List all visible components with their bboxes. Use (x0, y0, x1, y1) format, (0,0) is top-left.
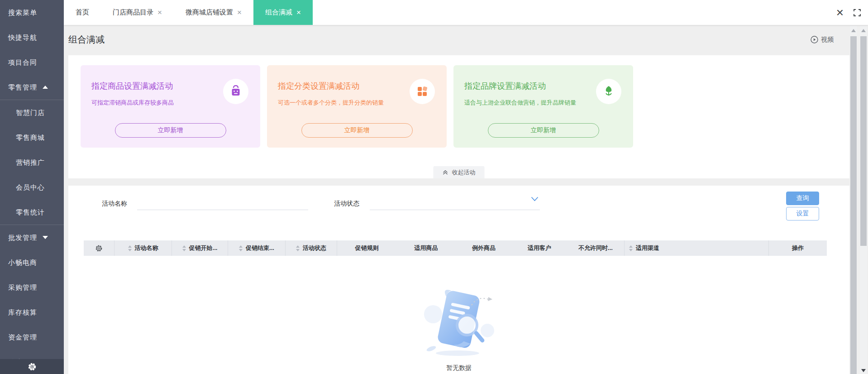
table-header-activity-name[interactable]: 活动名称 (114, 240, 172, 256)
tab-micro-mall-settings[interactable]: 微商城店铺设置 × (174, 0, 253, 25)
open-tabs: 首页 门店商品目录 × 微商城店铺设置 × 组合满减 × (64, 0, 868, 25)
tab-bar: 首页 门店商品目录 × 微商城店铺设置 × 组合满减 × × (64, 0, 868, 25)
sidebar-item-xiaochang-ecommerce[interactable]: 小畅电商 (0, 250, 64, 275)
card-icon-circle (410, 79, 435, 104)
close-icon[interactable]: × (237, 9, 242, 16)
sidebar-item-retail-mall[interactable]: 零售商城 (0, 125, 64, 150)
sidebar-item-project-contract[interactable]: 项目合同 (0, 50, 64, 75)
table-header-promo-start[interactable]: 促销开始... (172, 240, 228, 256)
scroll-up-arrow-icon[interactable] (861, 29, 866, 32)
table-header-promo-end[interactable]: 促销结束... (228, 240, 286, 256)
activity-list-panel: 活动名称 活动状态 查询 设置 活动名称 促销开始... 促销结束... (68, 186, 849, 374)
fullscreen-icon[interactable] (854, 9, 861, 16)
sidebar-item-smart-store[interactable]: 智慧门店 (0, 100, 64, 125)
gear-icon (28, 362, 37, 371)
sort-icon[interactable] (296, 245, 300, 251)
promo-cards: 指定商品设置满减活动 可指定滞销商品或库存较多商品 立即新增 指定分类设置满减活… (81, 65, 633, 148)
tab-combo-discount[interactable]: 组合满减 × (253, 0, 313, 25)
scroll-up-arrow-icon[interactable] (851, 29, 856, 32)
sidebar-item-wholesale-management[interactable]: 批发管理 (0, 225, 64, 250)
table-header-not-concurrent[interactable]: 不允许同时... (567, 240, 625, 256)
sidebar-item-member-center[interactable]: 会员中心 (0, 175, 64, 200)
table-header-promo-rule[interactable]: 促销规则 (337, 240, 396, 256)
activity-status-label: 活动状态 (334, 200, 359, 208)
close-icon[interactable]: × (836, 6, 844, 19)
table-header-actions: 操作 (769, 240, 827, 256)
sidebar: 搜索菜单 快捷导航 项目合同 零售管理 智慧门店 零售商城 营销推广 会员中心 … (0, 0, 64, 374)
sidebar-item-retail-management[interactable]: 零售管理 (0, 75, 64, 100)
table-header-applicable-channels[interactable]: 适用渠道 (625, 240, 769, 256)
table-header: 活动名称 促销开始... 促销结束... 活动状态 促销规则 适用商品 例外商品… (84, 240, 827, 256)
page-title: 组合满减 (68, 25, 105, 54)
gear-icon (95, 245, 103, 252)
empty-illustration (416, 286, 502, 359)
sidebar-item-marketing[interactable]: 营销推广 (0, 150, 64, 175)
empty-text: 暂无数据 (68, 364, 849, 372)
tab-label: 门店商品目录 (113, 8, 153, 17)
table-header-excluded-products[interactable]: 例外商品 (456, 240, 512, 256)
table-header-applicable-customers[interactable]: 适用客户 (512, 240, 567, 256)
sidebar-item-purchase-management[interactable]: 采购管理 (0, 275, 64, 300)
add-now-button[interactable]: 立即新增 (115, 123, 226, 138)
activity-status-select[interactable] (370, 203, 540, 210)
video-label: 视频 (821, 36, 834, 44)
page-header: 组合满减 视频 (64, 25, 868, 54)
collapse-activities-button[interactable]: 收起活动 (434, 166, 485, 178)
card-brand-discount: 指定品牌设置满减活动 适合与上游企业联合做营销，提升品牌销量 立即新增 (453, 65, 633, 148)
card-desc: 适合与上游企业联合做营销，提升品牌销量 (464, 98, 580, 107)
card-icon-circle (596, 79, 621, 104)
tab-store-product-catalog[interactable]: 门店商品目录 × (101, 0, 174, 25)
scrollbar-thumb[interactable] (850, 36, 857, 374)
flower-icon (602, 85, 615, 98)
card-product-discount: 指定商品设置满减活动 可指定滞销商品或库存较多商品 立即新增 (81, 65, 260, 148)
chevron-down-icon[interactable] (531, 197, 539, 201)
sort-icon[interactable] (239, 245, 243, 251)
card-desc: 可选一个或者多个分类，提升分类的销量 (278, 98, 393, 107)
tab-home[interactable]: 首页 (64, 0, 101, 25)
sidebar-item-inventory-accounting[interactable]: 库存核算 (0, 300, 64, 325)
scroll-down-arrow-icon[interactable] (861, 369, 866, 372)
tab-label: 微商城店铺设置 (186, 8, 233, 17)
card-category-discount: 指定分类设置满减活动 可选一个或者多个分类，提升分类的销量 立即新增 (267, 65, 447, 148)
query-button[interactable]: 查询 (786, 192, 819, 205)
tab-label: 组合满减 (265, 8, 292, 17)
inner-scrollbar[interactable] (850, 26, 857, 374)
tab-label: 首页 (76, 8, 89, 17)
bag-icon (229, 85, 242, 98)
table-header-activity-status[interactable]: 活动状态 (286, 240, 337, 256)
sidebar-item-quick-nav[interactable]: 快捷导航 (0, 25, 64, 50)
sort-icon[interactable] (182, 245, 186, 251)
sidebar-settings-button[interactable] (0, 359, 64, 374)
card-icon-circle (223, 79, 248, 104)
double-chevron-up-icon (443, 169, 448, 175)
sidebar-item-label: 零售管理 (8, 75, 37, 100)
add-now-button[interactable]: 立即新增 (301, 123, 413, 138)
scrollbar-thumb[interactable] (860, 36, 867, 246)
card-desc: 可指定滞销商品或库存较多商品 (91, 98, 207, 107)
table-header-applicable-products[interactable]: 适用商品 (396, 240, 456, 256)
sidebar-item-funds-management[interactable]: 资金管理 (0, 325, 64, 350)
empty-state: 暂无数据 (68, 286, 849, 372)
close-icon[interactable]: × (296, 9, 301, 16)
activity-name-input[interactable] (137, 203, 308, 210)
expand-arrow-icon (43, 236, 48, 239)
sidebar-item-retail-stats[interactable]: 零售统计 (0, 200, 64, 225)
sidebar-item-search-menu[interactable]: 搜索菜单 (0, 0, 64, 25)
sort-icon[interactable] (629, 245, 633, 251)
settings-button[interactable]: 设置 (786, 207, 819, 221)
sort-icon[interactable] (128, 245, 132, 251)
collapse-label: 收起活动 (452, 168, 476, 177)
activity-name-label: 活动名称 (102, 200, 127, 208)
sidebar-item-label: 批发管理 (8, 225, 37, 250)
outer-scrollbar[interactable] (860, 26, 867, 374)
collapse-arrow-icon (43, 86, 48, 89)
play-circle-icon (811, 36, 818, 43)
window-controls: × (836, 0, 861, 25)
video-link[interactable]: 视频 (811, 25, 834, 54)
close-icon[interactable]: × (157, 9, 162, 16)
category-icon (416, 85, 429, 98)
column-settings-button[interactable] (84, 240, 114, 256)
promo-panel: 指定商品设置满减活动 可指定滞销商品或库存较多商品 立即新增 指定分类设置满减活… (68, 55, 849, 178)
add-now-button[interactable]: 立即新增 (488, 123, 599, 138)
